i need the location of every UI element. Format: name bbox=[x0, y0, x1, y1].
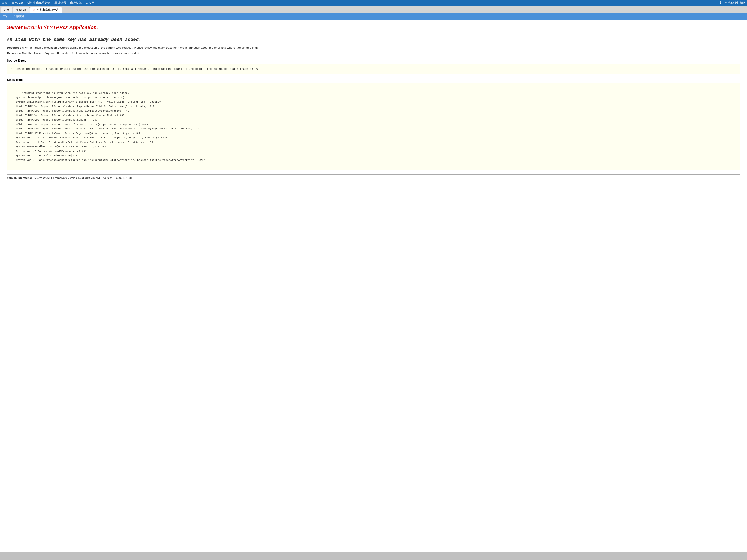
description-section: Description: An unhandled exception occu… bbox=[7, 46, 740, 49]
version-text: Microsoft .NET Framework Version:4.0.303… bbox=[34, 177, 132, 180]
tab-materials-label: 材料出库单统计表 bbox=[37, 8, 59, 12]
tab-inventory[interactable]: 库存核算 bbox=[13, 7, 30, 13]
top-nav-left: 首页 库存核算 材料出库单统计表 基础设置 库存核算 云应用 bbox=[2, 1, 95, 5]
sub-nav-inventory[interactable]: 库存核算 bbox=[12, 14, 26, 19]
source-error-text: An unhandled exception was generated dur… bbox=[11, 68, 260, 71]
nav-item-cloud[interactable]: 云应用 bbox=[85, 1, 95, 5]
nav-item-home[interactable]: 首页 bbox=[2, 1, 8, 5]
tab-home-label: 首页 bbox=[4, 8, 9, 12]
tab-close-icon[interactable]: ✕ bbox=[33, 8, 35, 12]
page-content: Server Error in '/YYTPRO' Application. A… bbox=[0, 20, 747, 553]
browser-chrome: 首页 库存核算 材料出库单统计表 基础设置 库存核算 云应用 【山西反玻煤业有限… bbox=[0, 0, 747, 20]
nav-item-inventory[interactable]: 库存核算 bbox=[11, 1, 23, 5]
source-error-box: An unhandled exception was generated dur… bbox=[7, 64, 740, 74]
description-label: Description: bbox=[7, 46, 24, 49]
tab-home[interactable]: 首页 bbox=[1, 7, 12, 13]
exception-label: Exception Details: bbox=[7, 52, 33, 55]
stack-trace-text: [ArgumentException: An item with the sam… bbox=[11, 91, 205, 161]
version-info: Version Information: Microsoft .NET Fram… bbox=[7, 174, 740, 180]
tab-inventory-label: 库存核算 bbox=[16, 8, 27, 12]
source-error-label: Source Error: bbox=[7, 59, 740, 62]
exception-text: System.ArgumentException: An item with t… bbox=[33, 52, 140, 55]
stack-trace-box: [ArgumentException: An item with the sam… bbox=[7, 83, 740, 170]
description-text: An unhandled exception occurred during t… bbox=[25, 46, 258, 49]
tab-materials-active[interactable]: ✕ 材料出库单统计表 bbox=[30, 7, 62, 13]
sub-nav-bar: 首页 库存核算 bbox=[0, 13, 747, 20]
tab-bar: 首页 库存核算 ✕ 材料出库单统计表 bbox=[0, 6, 747, 13]
stack-trace-label: Stack Trace: bbox=[7, 78, 740, 81]
error-title: Server Error in '/YYTPRO' Application. bbox=[7, 25, 740, 33]
top-nav-bar: 首页 库存核算 材料出库单统计表 基础设置 库存核算 云应用 【山西反玻煤业有限 bbox=[0, 0, 747, 6]
nav-item-settings[interactable]: 基础设置 bbox=[54, 1, 67, 5]
stack-trace-section: Stack Trace: [ArgumentException: An item… bbox=[7, 78, 740, 170]
version-label: Version Information: bbox=[7, 177, 34, 180]
error-subtitle: An item with the same key has already be… bbox=[7, 37, 740, 42]
nav-item-stock[interactable]: 库存核算 bbox=[70, 1, 82, 5]
exception-section: Exception Details: System.ArgumentExcept… bbox=[7, 52, 740, 55]
source-error-section: Source Error: An unhandled exception was… bbox=[7, 59, 740, 74]
nav-item-materials[interactable]: 材料出库单统计表 bbox=[27, 1, 51, 5]
company-name: 【山西反玻煤业有限 bbox=[718, 1, 745, 5]
sub-nav-home[interactable]: 首页 bbox=[2, 14, 10, 19]
